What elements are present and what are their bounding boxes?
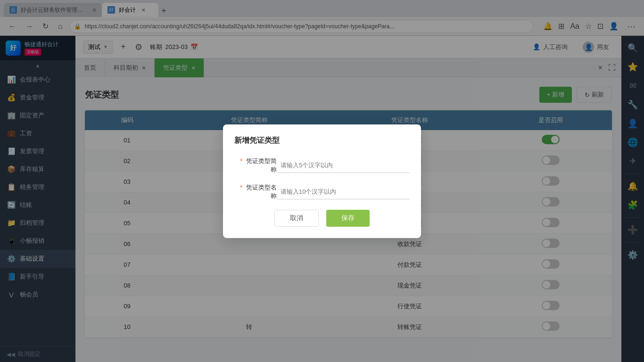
field-short-label: 凭证类型简称 <box>246 157 277 173</box>
field-name-label: 凭证类型名称 <box>246 184 277 199</box>
dialog-overlay: 新增凭证类型 * 凭证类型简称 * 凭证类型名称 取消 保存 <box>0 0 644 362</box>
form-row-name: * 凭证类型名称 <box>234 183 410 200</box>
dialog-actions: 取消 保存 <box>234 210 410 227</box>
cancel-button[interactable]: 取消 <box>274 210 319 227</box>
form-label-name: * 凭证类型名称 <box>234 183 277 200</box>
save-button[interactable]: 保存 <box>326 210 370 227</box>
form-label-short: * 凭证类型简称 <box>234 157 277 174</box>
dialog-new-voucher: 新增凭证类型 * 凭证类型简称 * 凭证类型名称 取消 保存 <box>223 124 421 238</box>
required-icon-1: * <box>240 157 242 165</box>
field-name-input[interactable] <box>277 184 410 199</box>
required-icon-2: * <box>240 184 242 191</box>
form-row-short: * 凭证类型简称 <box>234 157 410 174</box>
field-short-input[interactable] <box>277 158 410 173</box>
dialog-title: 新增凭证类型 <box>234 136 410 146</box>
